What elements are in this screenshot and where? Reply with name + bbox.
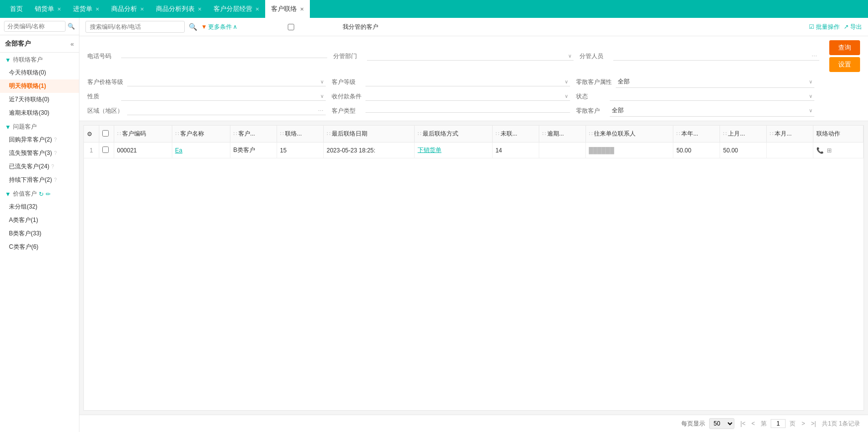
settings-button[interactable]: 设置 (829, 57, 860, 72)
select-all-checkbox[interactable] (102, 130, 109, 137)
sidebar-all-customers[interactable]: 全部客户 « (0, 35, 79, 53)
nav-customer-contact[interactable]: 客户联络 ✕ (265, 0, 310, 18)
section-problem-customers: ▼ 问题客户 (0, 120, 79, 133)
close-icon[interactable]: ✕ (57, 6, 61, 12)
chevron-down-icon: ∨ (565, 93, 568, 99)
row-checkbox-cell[interactable] (99, 143, 114, 158)
nav-product-analysis-list[interactable]: 商品分析列表 ✕ (150, 0, 208, 18)
per-page-select[interactable]: 50 100 200 (709, 418, 734, 429)
last-page-button[interactable]: >| (809, 419, 818, 428)
sidebar-item-class-c[interactable]: C类客户(6) (0, 240, 79, 254)
row-overdue (539, 143, 585, 158)
sidebar-item-churn-warning[interactable]: 流失预警客户(3) ? (0, 146, 79, 160)
export-button[interactable]: ↗ 导出 (844, 23, 862, 31)
customer-table: ⚙ ∷客户编码 ∷客户名称 ∷客户... ∷联络... ∷最后联络日期 ∷最后联… (84, 126, 864, 158)
row-last-contact-method[interactable]: 下销货单 (414, 143, 492, 158)
refresh-icon[interactable]: ↻ (39, 191, 44, 198)
col-this-month: ∷本月... (767, 126, 813, 143)
sidebar-search-input[interactable] (4, 21, 66, 32)
more-icon: ··· (318, 108, 324, 113)
payment-terms-select[interactable]: ∨ (365, 92, 570, 101)
query-button[interactable]: 查询 (829, 40, 860, 55)
row-checkbox[interactable] (102, 146, 109, 153)
my-customers-checkbox[interactable] (241, 24, 341, 30)
help-icon[interactable]: ? (54, 177, 57, 183)
nav-customer-stratified[interactable]: 客户分层经营 ✕ (208, 0, 265, 18)
retail-customer-select[interactable]: 全部 ∨ (610, 105, 814, 117)
close-icon[interactable]: ✕ (140, 6, 144, 12)
chevron-down-icon: ∨ (568, 53, 572, 59)
row-uncontacted: 14 (492, 143, 539, 158)
col-last-contact-method: ∷最后联络方式 (414, 126, 492, 143)
grid-icon[interactable]: ⊞ (827, 147, 832, 154)
filter-price-level: 客户价格等级 ∨ (87, 77, 326, 86)
nav-purchase-order[interactable]: 进货单 ✕ (67, 0, 105, 18)
arrow-icon: ▼ (5, 124, 11, 131)
nav-home[interactable]: 首页 (4, 0, 29, 18)
row-customer-type: B类客户 (230, 143, 277, 158)
nav-sales-order[interactable]: 销货单 ✕ (29, 0, 67, 18)
row-customer-name[interactable]: Ea (172, 143, 230, 158)
status-select[interactable]: ∨ (610, 92, 814, 101)
batch-operation-button[interactable]: ☑ 批量操作 (809, 23, 840, 31)
customer-level-select[interactable]: ∨ (365, 77, 570, 86)
section-value-customers: ▼ 价值客户 ↻ ✏ (0, 187, 79, 200)
col-checkbox[interactable] (99, 126, 114, 143)
sidebar-item-class-b[interactable]: B类客户(33) (0, 227, 79, 240)
close-icon[interactable]: ✕ (95, 6, 99, 12)
retail-attr-select[interactable]: 全部 ∨ (616, 76, 814, 88)
prev-page-button[interactable]: < (749, 419, 757, 428)
more-conditions-button[interactable]: ▼ 更多条件 ∧ (201, 23, 237, 31)
chevron-down-icon: ∨ (809, 79, 812, 84)
region-input[interactable]: ··· (127, 106, 326, 115)
row-contact-person: ██████ (585, 143, 673, 158)
help-icon[interactable]: ? (54, 150, 57, 156)
sidebar-item-ungrouped[interactable]: 未分组(32) (0, 200, 79, 214)
col-contact-person: ∷往来单位联系人 (585, 126, 673, 143)
sidebar-item-churned[interactable]: 已流失客户(24) ? (0, 160, 79, 173)
sidebar-item-tomorrow-pending[interactable]: 明天待联络(1) (0, 79, 79, 93)
arrow-icon: ▼ (5, 191, 11, 198)
sidebar-item-declining[interactable]: 持续下滑客户(2) ? (0, 173, 79, 187)
customer-type-input[interactable] (365, 109, 570, 113)
filter-customer-level: 客户等级 ∨ (332, 77, 570, 86)
sidebar-item-today-pending[interactable]: 今天待联络(0) (0, 66, 79, 79)
close-icon[interactable]: ✕ (255, 6, 259, 12)
dept-select[interactable]: ∨ (367, 52, 573, 61)
nature-select[interactable]: ∨ (121, 92, 326, 101)
help-icon[interactable]: ? (54, 137, 57, 143)
help-icon[interactable]: ? (51, 164, 54, 169)
edit-icon[interactable]: ✏ (46, 191, 51, 198)
page-input[interactable] (771, 419, 786, 428)
table-row: 1 000021 Ea B类客户 15 2023-05-23 18:25: 下销… (84, 143, 864, 158)
price-level-select[interactable]: ∨ (127, 77, 326, 86)
sidebar-item-repurchase-anomaly[interactable]: 回购异常客户(2) ? (0, 133, 79, 146)
close-icon[interactable]: ✕ (300, 6, 304, 12)
collapse-icon[interactable]: « (71, 40, 74, 48)
filter-row-3: 性质 ∨ 收付款条件 ∨ 状态 (87, 92, 860, 101)
per-page-label: 每页显示 (681, 420, 705, 428)
sidebar-item-class-a[interactable]: A类客户(1) (0, 214, 79, 227)
filter-customer-type: 客户类型 (332, 107, 570, 115)
sidebar-item-overdue-contact[interactable]: 逾期未联络(30) (0, 106, 79, 120)
arrow-icon: ▼ (5, 57, 11, 64)
search-icon[interactable]: 🔍 (68, 23, 75, 30)
col-settings[interactable]: ⚙ (84, 126, 99, 143)
close-icon[interactable]: ✕ (198, 6, 202, 12)
filter-row-2: 客户价格等级 ∨ 客户等级 ∨ 零散客户属性 全部 (87, 76, 860, 88)
phone-input[interactable] (121, 55, 327, 58)
advanced-filter-panel: 电话号码 分管部门 ∨ 分管人员 ··· (79, 36, 868, 121)
contact-icon[interactable]: 📞 (816, 147, 824, 154)
row-last-month: 50.00 (720, 143, 767, 158)
search-input[interactable] (85, 21, 185, 33)
nav-product-analysis[interactable]: 商品分析 ✕ (105, 0, 150, 18)
checkbox-icon: ☑ (809, 23, 814, 30)
sidebar-item-7days-pending[interactable]: 近7天待联络(0) (0, 93, 79, 106)
search-button[interactable]: 🔍 (189, 23, 197, 31)
content-area: 🔍 ▼ 更多条件 ∧ 我分管的客户 ☑ 批量操作 ↗ 导出 (79, 18, 868, 432)
person-input[interactable]: ··· (613, 52, 819, 61)
filter-row-1: 电话号码 分管部门 ∨ 分管人员 ··· (87, 40, 860, 72)
first-page-button[interactable]: |< (738, 419, 747, 428)
next-page-button[interactable]: > (799, 419, 807, 428)
filter-dept: 分管部门 ∨ (333, 52, 573, 61)
